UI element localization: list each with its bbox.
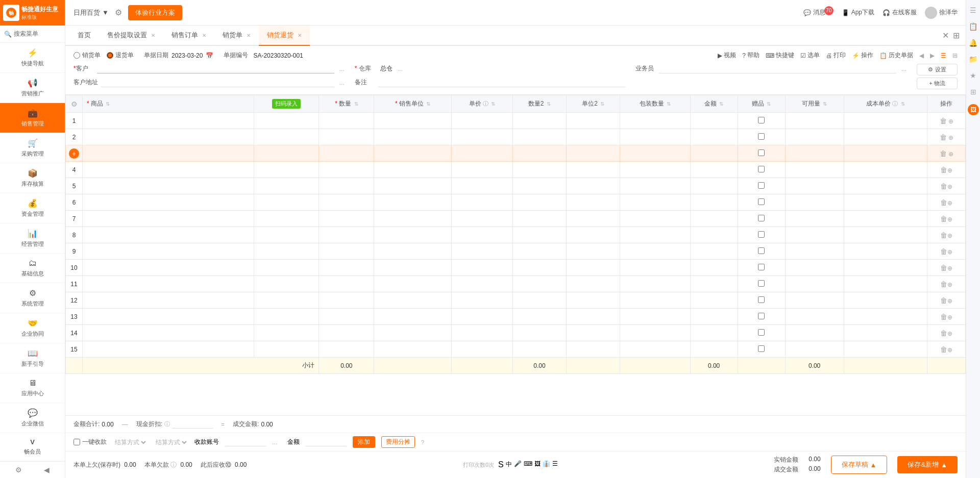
toolbar-icon-4[interactable]: ⌨ bbox=[524, 460, 532, 469]
sidebar-item-purchase[interactable]: 🛒 采购管理 bbox=[0, 133, 65, 163]
sidebar-item-apps[interactable]: 🖥 应用中心 bbox=[0, 373, 65, 403]
scan-btn[interactable]: 扫码录入 bbox=[272, 99, 301, 109]
view-grid-icon[interactable]: ⊞ bbox=[952, 52, 958, 59]
gift-checkbox[interactable] bbox=[758, 329, 765, 336]
gift-checkbox[interactable] bbox=[758, 345, 765, 352]
product-cell[interactable] bbox=[83, 129, 254, 145]
salesperson-select-dots[interactable]: ... bbox=[901, 65, 906, 72]
sidebar-search-menu[interactable]: 🔍 搜索菜单 bbox=[0, 26, 65, 43]
toolbar-icon-2[interactable]: 中 bbox=[506, 460, 512, 469]
copy-row-btn[interactable]: ⊕ bbox=[947, 199, 952, 207]
copy-row-btn[interactable]: ⊕ bbox=[947, 248, 952, 256]
calendar-icon[interactable]: 📅 bbox=[206, 52, 213, 59]
price-cell[interactable] bbox=[452, 129, 512, 145]
right-panel-icon-3[interactable]: 🔔 bbox=[969, 39, 977, 47]
sidebar-item-guide[interactable]: 📖 新手引导 bbox=[0, 343, 65, 373]
copy-row-btn[interactable]: ⊕ bbox=[948, 118, 953, 125]
online-service-btn[interactable]: 🎧 在线客服 bbox=[883, 8, 917, 17]
toolbar-icon-5[interactable]: 🖼 bbox=[534, 460, 541, 469]
delete-row-btn[interactable]: 🗑 bbox=[940, 247, 947, 256]
col-cost-info-icon[interactable]: ⓘ bbox=[892, 100, 898, 107]
delete-row-btn[interactable]: 🗑 bbox=[940, 117, 947, 125]
sidebar-item-operations[interactable]: 📊 经营管理 bbox=[0, 223, 65, 254]
copy-row-btn[interactable]: ⊕ bbox=[947, 346, 952, 354]
cash-discount-input[interactable] bbox=[172, 420, 213, 429]
nav-next-icon[interactable]: ▶ bbox=[930, 52, 935, 59]
sidebar-item-wecom[interactable]: 💬 企业微信 bbox=[0, 403, 65, 433]
price-cell[interactable] bbox=[452, 145, 512, 162]
gift-checkbox[interactable] bbox=[758, 182, 765, 189]
tab-bar-expand-icon[interactable]: ⊞ bbox=[951, 31, 962, 40]
copy-row-btn[interactable]: ⊕ bbox=[947, 281, 952, 288]
gift-checkbox[interactable] bbox=[758, 166, 765, 172]
qty-cell[interactable] bbox=[319, 113, 374, 129]
tab-price-extract-close[interactable]: ✕ bbox=[151, 33, 155, 38]
add-payment-btn[interactable]: 添加 bbox=[353, 436, 375, 448]
sidebar-item-finance[interactable]: 💰 资金管理 bbox=[0, 193, 65, 223]
action-select-link[interactable]: ☑ 选单 bbox=[800, 51, 820, 60]
col-unit2-sort[interactable]: ⇅ bbox=[600, 101, 604, 107]
qty2-cell[interactable] bbox=[512, 129, 566, 145]
qty-cell[interactable] bbox=[319, 145, 374, 162]
delete-row-btn[interactable]: 🗑 bbox=[940, 166, 947, 174]
copy-row-btn[interactable]: ⊕ bbox=[947, 167, 952, 174]
sidebar-item-inventory[interactable]: 📦 库存核算 bbox=[0, 163, 65, 193]
add-row-btn[interactable]: + bbox=[69, 148, 79, 159]
right-panel-icon-5[interactable]: ★ bbox=[970, 71, 976, 80]
gift-checkbox[interactable] bbox=[758, 117, 765, 123]
right-panel-icon-4[interactable]: 📁 bbox=[969, 55, 977, 63]
delete-row-btn[interactable]: 🗑 bbox=[940, 313, 947, 321]
unit2-cell[interactable] bbox=[567, 113, 620, 129]
right-panel-icon-1[interactable]: ☰ bbox=[970, 6, 976, 14]
unit2-cell[interactable] bbox=[567, 129, 620, 145]
toolbar-icon-7[interactable]: ☰ bbox=[552, 460, 558, 469]
nav-prev-icon[interactable]: ◀ bbox=[919, 52, 924, 59]
notification-btn[interactable]: 💬 消息 70 bbox=[803, 8, 834, 17]
copy-row-btn[interactable]: ⊕ bbox=[947, 314, 952, 321]
calc-select[interactable]: 结算方式 bbox=[154, 438, 188, 446]
unit-cell[interactable] bbox=[374, 113, 452, 129]
sidebar-item-sales[interactable]: 💼 销售管理 bbox=[0, 103, 65, 133]
sidebar-item-system[interactable]: ⚙ 系统管理 bbox=[0, 283, 65, 313]
amount-cell[interactable] bbox=[690, 113, 738, 129]
qty2-cell[interactable] bbox=[512, 145, 566, 162]
view-list-icon[interactable]: ☰ bbox=[941, 52, 946, 59]
col-qty-sort[interactable]: ⇅ bbox=[354, 101, 358, 107]
one-click-payment-label[interactable]: 一键收款 bbox=[74, 438, 107, 446]
save-new-btn[interactable]: 保存&新增 ▲ bbox=[897, 456, 958, 473]
table-gear-icon[interactable]: ⚙ bbox=[71, 100, 78, 108]
copy-row-btn[interactable]: ⊕ bbox=[947, 297, 952, 305]
delete-row-btn[interactable]: 🗑 bbox=[940, 149, 947, 158]
sidebar-item-basics[interactable]: 🗂 基础信息 bbox=[0, 254, 65, 283]
price-cell[interactable] bbox=[452, 113, 512, 129]
pack-qty-cell[interactable] bbox=[620, 129, 690, 145]
action-history-link[interactable]: 📋 历史单据 bbox=[879, 51, 913, 60]
action-print-link[interactable]: 🖨 打印 bbox=[826, 51, 846, 60]
amount-input[interactable] bbox=[306, 438, 347, 446]
copy-row-btn[interactable]: ⊕ bbox=[948, 134, 953, 141]
col-pack-qty-sort[interactable]: ⇅ bbox=[667, 101, 671, 107]
settlement-select[interactable]: 结算方式 bbox=[113, 438, 148, 446]
col-gift-sort[interactable]: ⇅ bbox=[767, 101, 771, 107]
sidebar-item-collab[interactable]: 🤝 企业协同 bbox=[0, 313, 65, 343]
col-settings[interactable]: ⚙ bbox=[66, 95, 83, 113]
payment-account-input[interactable] bbox=[225, 438, 266, 446]
right-panel-icon-7[interactable]: 🖼 bbox=[968, 104, 979, 115]
gift-checkbox[interactable] bbox=[758, 133, 765, 140]
sidebar-item-marketing[interactable]: 📢 营销推广 bbox=[0, 73, 65, 103]
one-click-payment-checkbox[interactable] bbox=[74, 439, 80, 445]
tab-price-extract[interactable]: 售价提取设置 ✕ bbox=[99, 26, 163, 46]
note-input[interactable] bbox=[378, 78, 626, 87]
pack-qty-cell[interactable] bbox=[620, 113, 690, 129]
unit2-cell[interactable] bbox=[567, 145, 620, 162]
col-qty2-sort[interactable]: ⇅ bbox=[547, 101, 551, 107]
copy-row-btn[interactable]: ⊕ bbox=[947, 265, 952, 272]
col-price-info-icon[interactable]: ⓘ bbox=[483, 100, 488, 107]
tab-sales-order-close[interactable]: ✕ bbox=[202, 33, 206, 38]
unit-cell[interactable] bbox=[374, 129, 452, 145]
copy-row-btn[interactable]: ⊕ bbox=[947, 330, 952, 337]
delete-row-btn[interactable]: 🗑 bbox=[940, 198, 947, 207]
tab-bar-close-icon[interactable]: ✕ bbox=[940, 31, 951, 40]
logistics-btn[interactable]: + 物流 bbox=[917, 78, 958, 89]
amount-cell[interactable] bbox=[690, 129, 738, 145]
